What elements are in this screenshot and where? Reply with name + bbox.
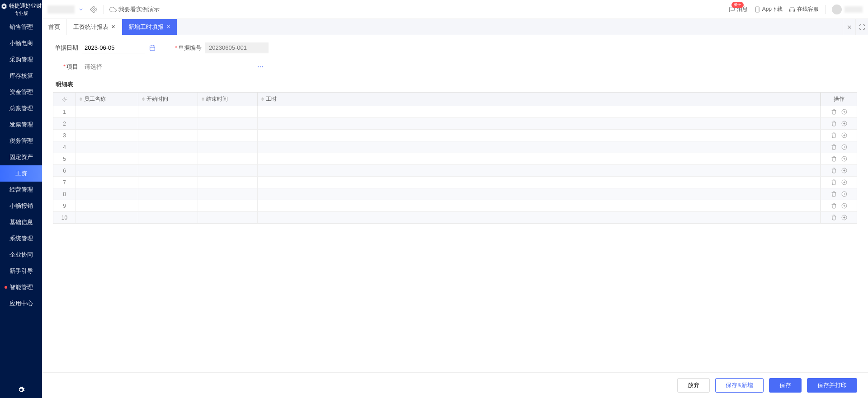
td-hours[interactable] (258, 212, 821, 223)
delete-icon[interactable] (831, 109, 837, 115)
tabs-close-all-button[interactable] (843, 19, 855, 35)
delete-icon[interactable] (831, 179, 837, 185)
td-start-time[interactable] (138, 118, 198, 129)
project-input[interactable] (82, 61, 254, 72)
td-employee[interactable] (76, 188, 138, 200)
sidebar-item-10[interactable]: 经营管理 (0, 182, 42, 198)
th-config[interactable] (53, 93, 76, 106)
th-employee[interactable]: 员工名称 (76, 93, 138, 106)
sidebar-item-13[interactable]: 系统管理 (0, 230, 42, 247)
td-start-time[interactable] (138, 141, 198, 153)
date-picker-button[interactable] (148, 43, 157, 52)
tab-close-button[interactable]: ✕ (111, 24, 115, 30)
sidebar-item-3[interactable]: 库存核算 (0, 68, 42, 84)
table-row[interactable]: 8 (53, 188, 857, 200)
sidebar-item-1[interactable]: 小畅电商 (0, 35, 42, 52)
delete-icon[interactable] (831, 121, 837, 126)
org-selector[interactable] (47, 5, 84, 14)
td-employee[interactable] (76, 177, 138, 188)
delete-icon[interactable] (831, 203, 837, 209)
project-more-button[interactable]: ⋯ (257, 63, 264, 70)
table-row[interactable]: 2 (53, 118, 857, 130)
th-start-time[interactable]: 开始时间 (138, 93, 198, 106)
td-start-time[interactable] (138, 177, 198, 188)
td-hours[interactable] (258, 188, 821, 200)
save-and-print-button[interactable]: 保存并打印 (807, 378, 857, 393)
add-row-icon[interactable] (841, 144, 847, 150)
delete-icon[interactable] (831, 191, 837, 197)
sidebar-item-17[interactable]: 应用中心 (0, 295, 42, 312)
td-employee[interactable] (76, 141, 138, 153)
th-hours[interactable]: 工时 (258, 93, 821, 106)
online-service-button[interactable]: 在线客服 (789, 5, 819, 13)
td-end-time[interactable] (198, 165, 258, 176)
td-start-time[interactable] (138, 200, 198, 211)
tab-2[interactable]: 新增工时填报✕ (122, 19, 177, 35)
delete-icon[interactable] (831, 132, 837, 138)
sidebar-item-16[interactable]: 智能管理 (0, 279, 42, 295)
table-row[interactable]: 3 (53, 130, 857, 141)
sidebar-item-2[interactable]: 采购管理 (0, 52, 42, 68)
sidebar-item-14[interactable]: 企业协同 (0, 247, 42, 263)
sidebar-item-7[interactable]: 税务管理 (0, 133, 42, 149)
add-row-icon[interactable] (841, 109, 847, 115)
table-row[interactable]: 9 (53, 200, 857, 212)
delete-icon[interactable] (831, 156, 837, 162)
td-end-time[interactable] (198, 200, 258, 211)
tab-close-button[interactable]: ✕ (166, 24, 170, 30)
td-start-time[interactable] (138, 106, 198, 117)
td-end-time[interactable] (198, 212, 258, 223)
sidebar-item-8[interactable]: 固定资产 (0, 149, 42, 165)
user-menu[interactable] (832, 5, 863, 14)
td-hours[interactable] (258, 177, 821, 188)
app-download-button[interactable]: App下载 (754, 5, 783, 13)
td-employee[interactable] (76, 118, 138, 129)
sidebar-item-15[interactable]: 新手引导 (0, 263, 42, 279)
td-end-time[interactable] (198, 106, 258, 117)
td-end-time[interactable] (198, 153, 258, 164)
discard-button[interactable]: 放弃 (677, 378, 710, 393)
add-row-icon[interactable] (841, 168, 847, 173)
delete-icon[interactable] (831, 144, 837, 150)
td-employee[interactable] (76, 165, 138, 176)
td-hours[interactable] (258, 200, 821, 211)
sidebar-settings-button[interactable] (0, 382, 42, 398)
sidebar-item-9[interactable]: 工资 (0, 165, 42, 182)
td-hours[interactable] (258, 118, 821, 129)
tab-0[interactable]: 首页 (42, 19, 67, 35)
td-employee[interactable] (76, 130, 138, 141)
date-input[interactable] (82, 42, 145, 53)
td-start-time[interactable] (138, 153, 198, 164)
table-row[interactable]: 6 (53, 165, 857, 177)
td-employee[interactable] (76, 106, 138, 117)
delete-icon[interactable] (831, 168, 837, 173)
td-end-time[interactable] (198, 188, 258, 200)
add-row-icon[interactable] (841, 203, 847, 209)
td-end-time[interactable] (198, 141, 258, 153)
sidebar-item-0[interactable]: 销售管理 (0, 19, 42, 35)
td-start-time[interactable] (138, 165, 198, 176)
add-row-icon[interactable] (841, 179, 847, 185)
td-start-time[interactable] (138, 188, 198, 200)
tab-1[interactable]: 工资统计报表✕ (67, 19, 122, 35)
add-row-icon[interactable] (841, 121, 847, 126)
th-end-time[interactable]: 结束时间 (198, 93, 258, 106)
table-row[interactable]: 4 (53, 141, 857, 153)
sidebar-item-11[interactable]: 小畅报销 (0, 198, 42, 214)
td-employee[interactable] (76, 153, 138, 164)
fullscreen-button[interactable] (855, 19, 868, 35)
table-row[interactable]: 1 (53, 106, 857, 118)
demo-link[interactable]: 我要看实例演示 (109, 5, 160, 14)
settings-button[interactable] (89, 5, 98, 14)
td-employee[interactable] (76, 200, 138, 211)
save-button[interactable]: 保存 (769, 378, 802, 393)
td-start-time[interactable] (138, 130, 198, 141)
sidebar-item-6[interactable]: 发票管理 (0, 117, 42, 133)
sidebar-item-12[interactable]: 基础信息 (0, 214, 42, 230)
td-hours[interactable] (258, 106, 821, 117)
td-hours[interactable] (258, 130, 821, 141)
table-row[interactable]: 5 (53, 153, 857, 165)
table-row[interactable]: 7 (53, 177, 857, 188)
td-end-time[interactable] (198, 118, 258, 129)
td-hours[interactable] (258, 141, 821, 153)
